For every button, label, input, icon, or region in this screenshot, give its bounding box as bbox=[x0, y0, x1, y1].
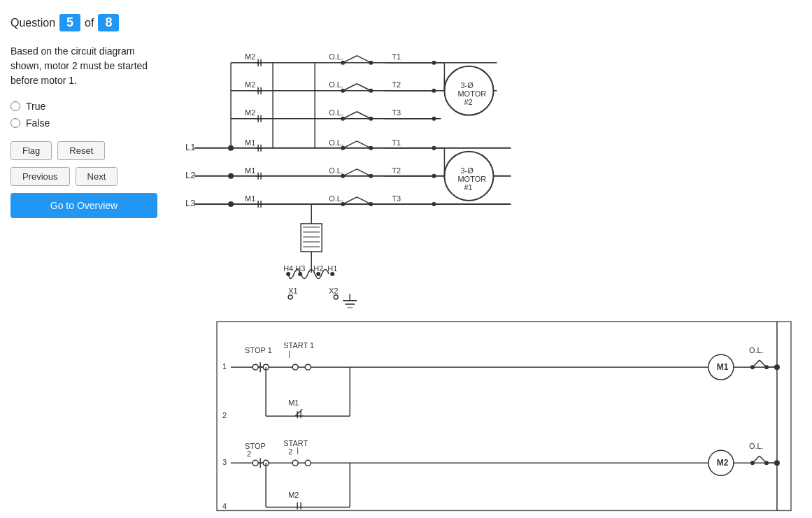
svg-text:#1: #1 bbox=[464, 183, 472, 192]
svg-text:M1: M1 bbox=[245, 166, 255, 175]
svg-text:L2: L2 bbox=[185, 170, 195, 180]
svg-text:O.L.: O.L. bbox=[329, 194, 343, 203]
svg-point-115 bbox=[330, 272, 334, 276]
svg-text:M2: M2 bbox=[245, 108, 255, 117]
svg-text:O.L.: O.L. bbox=[749, 346, 764, 354]
radio-true[interactable] bbox=[10, 101, 20, 111]
svg-text:START: START bbox=[283, 439, 308, 447]
svg-point-188 bbox=[228, 201, 234, 207]
svg-point-55 bbox=[432, 117, 436, 121]
svg-text:1: 1 bbox=[222, 362, 227, 370]
svg-text:T1: T1 bbox=[392, 52, 401, 61]
svg-point-142 bbox=[750, 365, 755, 369]
svg-point-31 bbox=[341, 89, 345, 93]
svg-point-80 bbox=[432, 174, 436, 178]
svg-text:X1: X1 bbox=[288, 287, 297, 295]
svg-point-19 bbox=[369, 61, 373, 65]
svg-point-32 bbox=[369, 89, 373, 93]
svg-text:M1: M1 bbox=[245, 138, 255, 147]
svg-text:2: 2 bbox=[247, 449, 251, 458]
svg-point-167 bbox=[292, 460, 298, 466]
svg-point-174 bbox=[750, 461, 755, 465]
question-text: Based on the circuit diagram shown, moto… bbox=[10, 44, 157, 88]
circuit-svg: L1 L2 L3 M2 O.L. bbox=[175, 14, 805, 517]
svg-text:3-Ø: 3-Ø bbox=[460, 166, 473, 175]
svg-text:O.L.: O.L. bbox=[329, 52, 343, 61]
svg-text:H2: H2 bbox=[313, 264, 323, 273]
svg-point-187 bbox=[228, 173, 234, 179]
svg-point-77 bbox=[369, 174, 373, 178]
svg-text:M1: M1 bbox=[245, 194, 255, 203]
option-false[interactable]: False bbox=[10, 117, 157, 129]
previous-button[interactable]: Previous bbox=[10, 167, 70, 186]
svg-text:2: 2 bbox=[288, 447, 292, 456]
left-panel: Question 5 of 8 Based on the circuit dia… bbox=[0, 7, 168, 518]
svg-text:O.L.: O.L. bbox=[749, 442, 764, 450]
svg-point-96 bbox=[432, 202, 436, 206]
nav-row: Previous Next bbox=[10, 167, 157, 186]
svg-text:L1: L1 bbox=[185, 142, 195, 152]
svg-text:M1: M1 bbox=[288, 398, 299, 407]
svg-point-35 bbox=[432, 89, 436, 93]
reset-button[interactable]: Reset bbox=[57, 141, 105, 160]
svg-point-134 bbox=[292, 364, 298, 370]
svg-rect-100 bbox=[301, 224, 322, 252]
svg-text:M2: M2 bbox=[717, 458, 729, 468]
svg-point-65 bbox=[369, 146, 373, 150]
svg-text:X2: X2 bbox=[329, 287, 338, 295]
svg-point-93 bbox=[369, 202, 373, 206]
svg-point-186 bbox=[228, 145, 234, 151]
svg-text:O.L.: O.L. bbox=[329, 138, 343, 147]
overview-button[interactable]: Go to Overview bbox=[10, 193, 157, 218]
svg-point-160 bbox=[252, 460, 258, 466]
svg-point-119 bbox=[334, 295, 338, 299]
svg-text:T3: T3 bbox=[392, 194, 401, 203]
svg-text:M2: M2 bbox=[245, 80, 255, 89]
svg-point-51 bbox=[341, 117, 345, 121]
svg-point-52 bbox=[369, 117, 373, 121]
svg-point-76 bbox=[341, 174, 345, 178]
option-true[interactable]: True bbox=[10, 101, 157, 112]
svg-point-18 bbox=[341, 61, 345, 65]
svg-text:M2: M2 bbox=[245, 52, 255, 61]
question-label: Question bbox=[10, 17, 55, 29]
svg-text:O.L.: O.L. bbox=[329, 166, 343, 175]
svg-point-128 bbox=[252, 364, 258, 370]
svg-text:O.L.: O.L. bbox=[329, 108, 343, 117]
svg-text:2: 2 bbox=[222, 411, 227, 419]
question-number: 5 bbox=[59, 14, 80, 31]
svg-text:T1: T1 bbox=[392, 138, 401, 147]
radio-false[interactable] bbox=[10, 118, 20, 128]
svg-text:M2: M2 bbox=[288, 491, 299, 499]
svg-text:START 1: START 1 bbox=[283, 341, 314, 350]
svg-text:H4: H4 bbox=[283, 264, 293, 273]
svg-text:|: | bbox=[288, 350, 290, 358]
label-true[interactable]: True bbox=[26, 101, 45, 112]
svg-text:T2: T2 bbox=[392, 166, 401, 175]
question-header: Question 5 of 8 bbox=[10, 14, 157, 31]
svg-point-92 bbox=[341, 202, 345, 206]
svg-text:M1: M1 bbox=[717, 362, 729, 372]
svg-point-117 bbox=[288, 295, 292, 299]
svg-text:3: 3 bbox=[222, 458, 227, 466]
svg-text:#2: #2 bbox=[464, 98, 472, 106]
next-button[interactable]: Next bbox=[76, 167, 118, 186]
of-label: of bbox=[85, 17, 94, 29]
svg-text:MOTOR: MOTOR bbox=[457, 175, 486, 183]
svg-text:T2: T2 bbox=[392, 80, 401, 89]
flag-button[interactable]: Flag bbox=[10, 141, 52, 160]
svg-text:L3: L3 bbox=[185, 198, 195, 208]
svg-text:H1: H1 bbox=[327, 264, 337, 273]
svg-text:3-Ø: 3-Ø bbox=[460, 81, 473, 89]
circuit-diagram: L1 L2 L3 M2 O.L. bbox=[168, 7, 812, 518]
svg-text:4: 4 bbox=[222, 502, 227, 510]
svg-text:T3: T3 bbox=[392, 108, 401, 117]
total-number: 8 bbox=[98, 14, 119, 31]
label-false[interactable]: False bbox=[26, 117, 50, 129]
svg-point-64 bbox=[341, 146, 345, 150]
svg-point-113 bbox=[316, 272, 320, 276]
svg-point-135 bbox=[305, 364, 311, 370]
svg-text:O.L.: O.L. bbox=[329, 80, 343, 89]
svg-text:|: | bbox=[297, 446, 299, 454]
options-group: True False bbox=[10, 101, 157, 129]
